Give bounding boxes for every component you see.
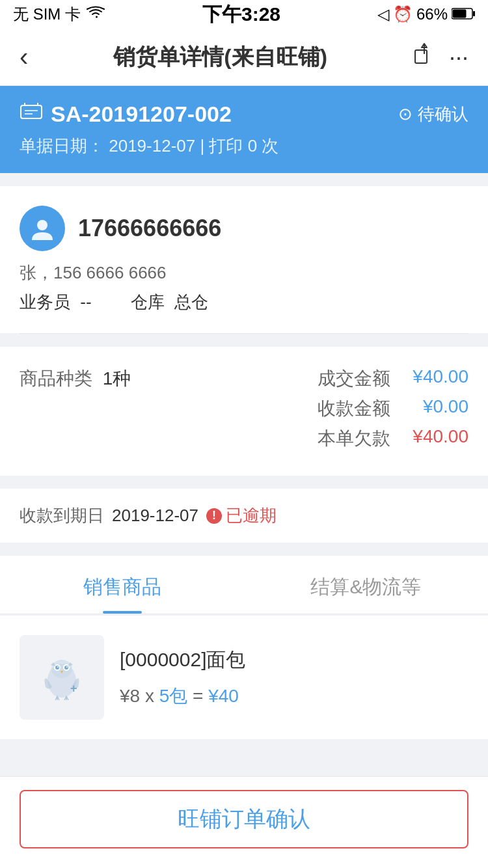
- sim-label: 无 SIM 卡: [13, 4, 81, 25]
- type-label: 商品种类: [20, 368, 92, 388]
- status-clock-icon: ⊙: [398, 104, 413, 124]
- overdue-badge: ! 已逾期: [206, 504, 277, 527]
- order-icon: [20, 102, 43, 126]
- debt-value: ¥40.00: [403, 426, 468, 451]
- product-details: [0000002]面包 ¥8 x 5包 = ¥40: [120, 647, 468, 709]
- battery-icon: [452, 5, 475, 23]
- summary-card: 商品种类 1种 成交金额 ¥40.00 收款金额 ¥0.00 本单欠款 ¥40.…: [0, 347, 488, 476]
- debt-row: 本单欠款 ¥40.00: [318, 426, 468, 451]
- overdue-icon: !: [206, 508, 222, 524]
- svg-point-16: [66, 666, 68, 668]
- product-price: ¥8 x 5包 = ¥40: [120, 684, 468, 709]
- due-date-value: 2019-12-07: [112, 506, 198, 526]
- customer-avatar: [20, 206, 65, 251]
- order-number: SA-20191207-002: [51, 102, 232, 127]
- customer-name: 张，156 6666 6666: [20, 262, 468, 284]
- order-header-card: SA-20191207-002 ⊙ 待确认 单据日期： 2019-12-07 |…: [0, 86, 488, 173]
- battery-label: 66%: [416, 5, 448, 23]
- transaction-row: 成交金额 ¥40.00: [318, 366, 468, 391]
- receipt-row: 收款金额 ¥0.00: [318, 396, 468, 421]
- order-status: ⊙ 待确认: [398, 103, 468, 126]
- sales-value: --: [80, 292, 91, 312]
- transaction-value: ¥40.00: [403, 366, 468, 391]
- sales-label: 业务员: [20, 292, 70, 312]
- tab-settlement[interactable]: 结算&物流等: [244, 556, 488, 614]
- status-time: 下午3:28: [202, 1, 280, 28]
- warehouse-info: 仓库 总仓: [131, 291, 208, 314]
- customer-card: 17666666666 张，156 6666 6666 业务员 -- 仓库 总仓: [0, 186, 488, 333]
- svg-rect-5: [21, 105, 42, 118]
- status-bar: 无 SIM 卡 下午3:28 ◁ ⏰ 66%: [0, 0, 488, 29]
- transaction-label: 成交金额: [318, 366, 390, 391]
- svg-rect-2: [473, 11, 475, 16]
- product-qty: 5包: [159, 686, 188, 706]
- overdue-text: 已逾期: [226, 504, 277, 527]
- due-date-card: 收款到期日 2019-12-07 ! 已逾期: [0, 489, 488, 543]
- tab-products[interactable]: 销售商品: [0, 556, 244, 614]
- receipt-label: 收款金额: [318, 396, 390, 421]
- svg-point-8: [37, 220, 47, 230]
- product-total: ¥40: [208, 686, 239, 706]
- type-value: 1种: [103, 368, 131, 388]
- sales-info: 业务员 --: [20, 291, 92, 314]
- page-title: 销货单详情(来自旺铺): [113, 42, 327, 72]
- receipt-value: ¥0.00: [403, 396, 468, 421]
- tab-bar: 销售商品 结算&物流等: [0, 556, 488, 614]
- bottom-bar: 旺铺订单确认: [0, 776, 488, 868]
- nav-bar: ‹ 销货单详情(来自旺铺) ···: [0, 29, 488, 86]
- svg-rect-3: [415, 50, 427, 63]
- status-right: ◁ ⏰ 66%: [377, 5, 475, 23]
- confirm-order-button[interactable]: 旺铺订单确认: [20, 790, 468, 848]
- order-date: 单据日期： 2019-12-07 | 打印 0 次: [20, 135, 468, 157]
- alarm-icon: ⏰: [393, 5, 413, 23]
- amount-section: 成交金额 ¥40.00 收款金额 ¥0.00 本单欠款 ¥40.00: [318, 366, 468, 456]
- product-image: +: [20, 635, 104, 720]
- nav-actions: ···: [413, 42, 468, 72]
- customer-phone: 17666666666: [78, 215, 221, 242]
- due-label: 收款到期日: [20, 504, 104, 527]
- debt-label: 本单欠款: [318, 426, 390, 451]
- status-left: 无 SIM 卡: [13, 4, 105, 25]
- warehouse-label: 仓库: [131, 292, 165, 312]
- product-item: + [0000002]面包 ¥8 x 5包 = ¥40: [0, 616, 488, 739]
- svg-text:+: +: [70, 682, 77, 695]
- wifi-icon: [86, 5, 105, 23]
- equals-text: =: [187, 686, 208, 706]
- customer-extra: 业务员 -- 仓库 总仓: [20, 291, 468, 314]
- back-button[interactable]: ‹: [20, 42, 28, 72]
- price-text: ¥8 x: [120, 686, 159, 706]
- location-icon: ◁: [377, 5, 389, 23]
- product-name: [0000002]面包: [120, 647, 468, 673]
- svg-point-15: [57, 666, 59, 668]
- product-section: + [0000002]面包 ¥8 x 5包 = ¥40: [0, 616, 488, 739]
- product-type-section: 商品种类 1种: [20, 366, 131, 391]
- warehouse-value: 总仓: [174, 292, 208, 312]
- share-icon[interactable]: [413, 42, 436, 72]
- more-icon[interactable]: ···: [449, 44, 468, 71]
- status-label: 待确认: [418, 103, 468, 126]
- svg-rect-1: [452, 10, 466, 18]
